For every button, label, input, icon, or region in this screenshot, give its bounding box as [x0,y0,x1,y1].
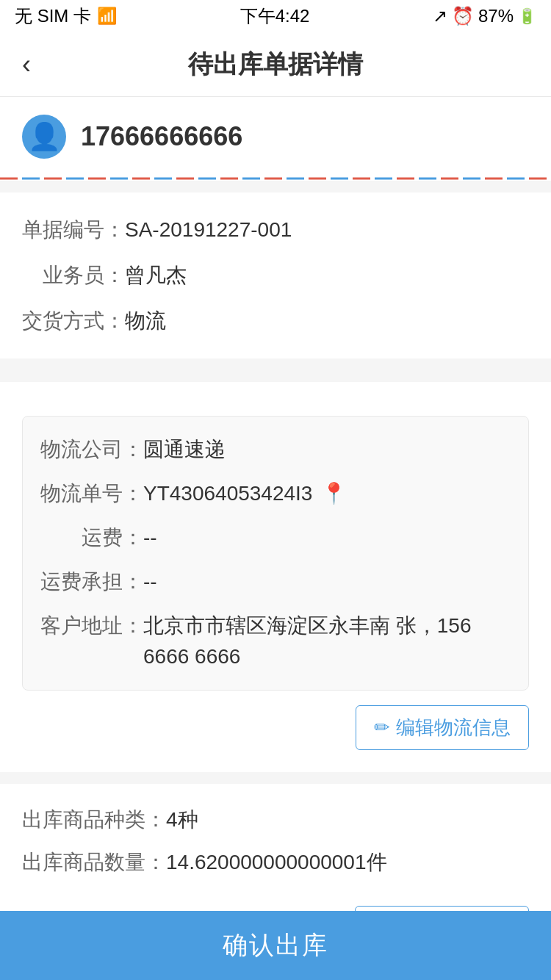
goods-quantity-row: 出库商品数量： 14.620000000000001件 [22,849,529,876]
logistics-tracking-value: YT43064053424I3 📍 [143,478,511,509]
tracking-number: YT43064053424I3 [143,478,312,509]
delivery-method-row: 交货方式： 物流 [22,306,529,336]
page-title: 待出库单据详情 [188,48,363,82]
status-bar: 无 SIM 卡 📶 下午4:42 ↗ ⏰ 87% 🔋 [0,0,551,32]
status-time: 下午4:42 [240,4,310,28]
confirm-btn-wrap: 确认出库 [0,911,551,980]
edit-icon: ✏ [374,716,390,739]
freight-label: 运费： [40,522,143,553]
customer-header: 👤 17666666666 [0,97,551,176]
basic-info-section: 单据编号： SA-20191227-001 业务员： 曾凡杰 交货方式： 物流 [0,192,551,359]
order-no-label: 单据编号： [22,215,125,245]
freight-bear-row: 运费承担： -- [40,566,511,597]
freight-value: -- [143,522,511,553]
back-button[interactable]: ‹ [22,49,66,80]
goods-types-row: 出库商品种类： 4种 [22,806,529,834]
order-no-value: SA-20191227-001 [125,215,529,245]
freight-row: 运费： -- [40,522,511,553]
address-value: 北京市市辖区海淀区永丰南 张，156 6666 6666 [143,610,511,672]
confirm-outbound-button[interactable]: 确认出库 [223,929,328,962]
delivery-method-label: 交货方式： [22,306,125,336]
address-row: 客户地址： 北京市市辖区海淀区永丰南 张，156 6666 6666 [40,610,511,672]
logistics-section: 物流公司： 圆通速递 物流单号： YT43064053424I3 📍 运费： -… [0,382,551,772]
salesperson-value: 曾凡杰 [125,260,529,291]
location-pin-icon[interactable]: 📍 [321,478,347,509]
section-divider-2 [0,772,551,784]
logistics-tracking-row: 物流单号： YT43064053424I3 📍 [40,478,511,509]
battery-text: 87% [478,6,514,26]
goods-quantity-label: 出库商品数量： [22,849,166,876]
logistics-company-label: 物流公司： [40,434,143,465]
delivery-method-value: 物流 [125,306,529,336]
alarm-icon: ⏰ [452,6,474,26]
logistics-company-value: 圆通速递 [143,434,511,465]
logistics-company-row: 物流公司： 圆通速递 [40,434,511,465]
goods-quantity-value: 14.620000000000001件 [166,849,529,876]
location-icon: ↗ [433,6,447,26]
customer-phone: 17666666666 [81,121,242,152]
goods-types-value: 4种 [166,806,529,834]
section-divider-1 [0,359,551,370]
wifi-icon: 📶 [97,7,117,26]
status-left: 无 SIM 卡 📶 [15,4,117,28]
nav-bar: ‹ 待出库单据详情 [0,32,551,97]
freight-bear-label: 运费承担： [40,566,143,597]
edit-logistics-button[interactable]: ✏ 编辑物流信息 [356,705,529,750]
avatar: 👤 [22,115,66,159]
logistics-tracking-label: 物流单号： [40,478,143,509]
battery-icon: 🔋 [518,7,536,25]
goods-types-label: 出库商品种类： [22,806,166,834]
edit-btn-wrap: ✏ 编辑物流信息 [22,691,529,750]
freight-bear-value: -- [143,566,511,597]
salesperson-label: 业务员： [22,260,125,291]
carrier-text: 无 SIM 卡 [15,4,91,28]
order-no-row: 单据编号： SA-20191227-001 [22,215,529,245]
status-right: ↗ ⏰ 87% 🔋 [433,6,536,26]
logistics-card: 物流公司： 圆通速递 物流单号： YT43064053424I3 📍 运费： -… [22,416,529,691]
avatar-icon: 👤 [28,121,61,152]
address-label: 客户地址： [40,610,143,641]
salesperson-row: 业务员： 曾凡杰 [22,260,529,291]
dashed-separator [0,176,551,181]
edit-btn-label: 编辑物流信息 [396,715,511,741]
